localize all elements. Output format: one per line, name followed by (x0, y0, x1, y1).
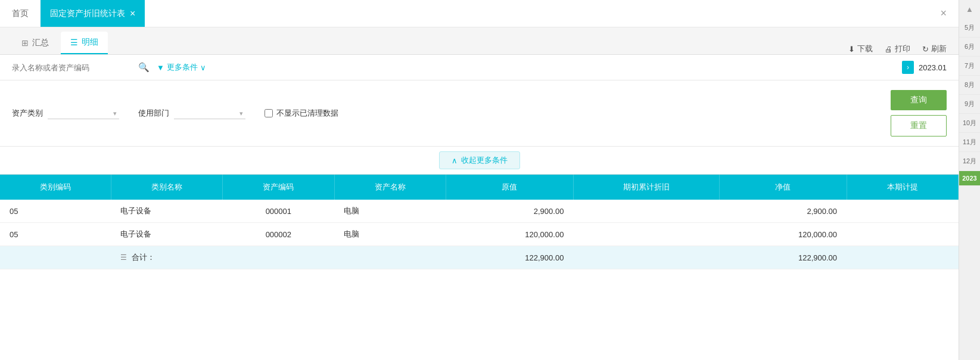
row1-asset-code: 000001 (223, 200, 334, 223)
table-row: 05 电子设备 000002 电脑 120,000.00 120,000.00 (0, 223, 959, 246)
search-icon[interactable]: 🔍 (138, 62, 150, 73)
reset-button[interactable]: 重置 (891, 115, 947, 136)
layers-icon: ⊞ (21, 38, 29, 48)
sub-tabs-bar: ⊞ 汇总 ☰ 明细 ⬇ 下载 🖨 打印 ↻ 刷新 (0, 27, 959, 55)
search-input[interactable] (12, 63, 131, 72)
asset-category-filter: 资产类别 (12, 107, 119, 119)
col-category-name: 类别名称 (111, 175, 222, 200)
row2-accumulated-depreciation (573, 223, 719, 246)
subtotal-net-value: 122,900.00 (719, 246, 847, 269)
subtotal-row: ☰ 合计： 122,900.00 122,900.00 (0, 246, 959, 269)
tab-detail-label: 明细 (82, 37, 98, 48)
row1-category-name: 电子设备 (111, 200, 222, 223)
tab-label: 固定资产折旧统计表 (50, 8, 125, 19)
tab-detail[interactable]: ☰ 明细 (61, 32, 108, 54)
row1-asset-name: 电脑 (334, 200, 446, 223)
hide-cleared-label: 不显示已清理数据 (276, 108, 338, 119)
row1-current-period (847, 200, 958, 223)
asset-category-label: 资产类别 (12, 108, 43, 119)
month-12[interactable]: 12月 (959, 152, 980, 171)
active-tab[interactable]: 固定资产折旧统计表 × (41, 0, 145, 27)
col-net-value: 净值 (719, 175, 847, 200)
more-conditions-toggle[interactable]: ▼ 更多条件 ∨ (157, 62, 206, 73)
row2-category-name: 电子设备 (111, 223, 222, 246)
list-icon: ☰ (70, 38, 78, 47)
date-display: 2023.01 (919, 63, 947, 72)
row1-original-value: 2,900.00 (446, 200, 573, 223)
subtotal-icon: ☰ (120, 253, 127, 262)
row2-asset-code: 000002 (223, 223, 334, 246)
subtotal-empty2 (334, 246, 446, 269)
window-close-button[interactable]: × (928, 7, 959, 20)
subtotal-current-period (847, 246, 958, 269)
filter-area: 资产类别 使用部门 不显示已清理数据 (0, 80, 959, 147)
month-9[interactable]: 9月 (959, 95, 980, 114)
subtotal-empty1 (0, 246, 111, 269)
department-select-wrap (174, 107, 245, 119)
year-badge: 2023 (959, 171, 980, 186)
tab-summary-label: 汇总 (32, 38, 49, 48)
refresh-icon: ↻ (922, 45, 929, 54)
row2-current-period (847, 223, 958, 246)
print-icon: 🖨 (885, 45, 892, 54)
col-original-value: 原值 (446, 175, 573, 200)
collapse-button[interactable]: ∧ 收起更多条件 (439, 151, 520, 169)
col-accumulated-depreciation: 期初累计折旧 (573, 175, 719, 200)
download-button[interactable]: ⬇ 下载 (848, 44, 873, 54)
month-10[interactable]: 10月 (959, 114, 980, 133)
date-nav-arrow[interactable]: › (902, 61, 914, 74)
hide-cleared-checkbox[interactable] (265, 109, 273, 117)
query-button[interactable]: 查询 (891, 90, 947, 110)
top-nav: 首页 固定资产折旧统计表 × × (0, 0, 959, 27)
subtotal-original-value: 122,900.00 (446, 246, 573, 269)
toolbar-right: ⬇ 下载 🖨 打印 ↻ 刷新 (848, 44, 947, 54)
search-bar: 🔍 ▼ 更多条件 ∨ › 2023.01 (0, 55, 959, 80)
row1-accumulated-depreciation (573, 200, 719, 223)
table-body: 05 电子设备 000001 电脑 2,900.00 2,900.00 05 电… (0, 200, 959, 269)
tab-summary[interactable]: ⊞ 汇总 (12, 32, 58, 54)
print-button[interactable]: 🖨 打印 (885, 44, 910, 54)
nav-home[interactable]: 首页 (0, 0, 41, 27)
data-table: 类别编码 类别名称 资产编码 资产名称 原值 期初累计折旧 净值 本期计提 05… (0, 175, 959, 269)
month-11[interactable]: 11月 (959, 133, 980, 152)
search-bar-right: › 2023.01 (902, 61, 947, 74)
subtotal-accumulated-depreciation (573, 246, 719, 269)
collapse-bar: ∧ 收起更多条件 (0, 147, 959, 175)
month-7[interactable]: 7月 (959, 57, 980, 76)
col-asset-name: 资产名称 (334, 175, 446, 200)
col-asset-code: 资产编码 (223, 175, 334, 200)
row2-net-value: 120,000.00 (719, 223, 847, 246)
refresh-button[interactable]: ↻ 刷新 (922, 44, 947, 54)
table-row: 05 电子设备 000001 电脑 2,900.00 2,900.00 (0, 200, 959, 223)
tab-close-button[interactable]: × (130, 8, 135, 19)
row1-net-value: 2,900.00 (719, 200, 847, 223)
row2-asset-name: 电脑 (334, 223, 446, 246)
right-sidebar: ▲ 5月 6月 7月 8月 9月 10月 11月 12月 2023 (959, 0, 980, 360)
department-select[interactable] (174, 107, 245, 119)
asset-category-select-wrap (48, 107, 119, 119)
row1-category-code: 05 (0, 200, 111, 223)
hide-cleared-filter: 不显示已清理数据 (265, 108, 338, 119)
filter-row: 资产类别 使用部门 不显示已清理数据 (12, 90, 947, 136)
department-filter: 使用部门 (138, 107, 245, 119)
department-label: 使用部门 (138, 108, 169, 119)
table-header: 类别编码 类别名称 资产编码 资产名称 原值 期初累计折旧 净值 本期计提 (0, 175, 959, 200)
col-current-period: 本期计提 (847, 175, 958, 200)
chevron-down-icon: ∨ (200, 63, 206, 72)
sidebar-up-arrow[interactable]: ▲ (959, 0, 980, 18)
chevron-up-icon: ∧ (452, 156, 458, 165)
month-5[interactable]: 5月 (959, 18, 980, 38)
row2-original-value: 120,000.00 (446, 223, 573, 246)
table-container: 类别编码 类别名称 资产编码 资产名称 原值 期初累计折旧 净值 本期计提 05… (0, 175, 959, 360)
filter-icon: ▼ (157, 63, 164, 72)
col-category-code: 类别编码 (0, 175, 111, 200)
month-8[interactable]: 8月 (959, 76, 980, 95)
row2-category-code: 05 (0, 223, 111, 246)
asset-category-select[interactable] (48, 107, 119, 119)
month-6[interactable]: 6月 (959, 38, 980, 57)
subtotal-label: ☰ 合计： (111, 246, 334, 269)
filter-buttons: 查询 重置 (891, 90, 947, 136)
download-icon: ⬇ (848, 45, 855, 54)
